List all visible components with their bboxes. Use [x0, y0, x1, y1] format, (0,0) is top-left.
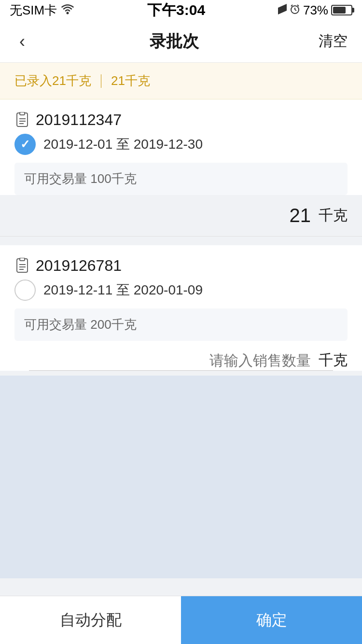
- svg-rect-8: [20, 112, 25, 115]
- page-title: 录批次: [150, 30, 199, 53]
- batch2-date-row: 2019-12-11 至 2020-01-09: [14, 280, 348, 301]
- info-divider: [101, 74, 101, 88]
- batch2-quantity: 可用交易量 200千克: [14, 308, 348, 341]
- status-right: 73%: [278, 3, 352, 18]
- batch1-date-row: 2019-12-01 至 2019-12-30: [14, 134, 348, 155]
- svg-line-5: [291, 5, 292, 6]
- batch1-quantity: 可用交易量 100千克: [14, 163, 348, 195]
- location-icon: [278, 3, 287, 18]
- batch1-amount-value: 21: [290, 205, 311, 226]
- empty-area: [0, 376, 362, 578]
- batch2-icon: [14, 257, 32, 275]
- clear-button[interactable]: 清空: [319, 31, 348, 51]
- batch2-unit: 千克: [319, 350, 348, 370]
- batch2-date: 2019-12-11 至 2020-01-09: [43, 281, 203, 299]
- wifi-icon: [61, 3, 74, 18]
- svg-point-0: [67, 12, 69, 14]
- confirm-button[interactable]: 确定: [181, 596, 362, 644]
- bottom-bar: 自动分配 确定: [0, 596, 362, 644]
- batch1-header: 2019112347: [14, 111, 348, 129]
- svg-line-4: [295, 10, 296, 11]
- status-time: 下午3:04: [147, 0, 205, 20]
- status-left: 无SIM卡: [10, 2, 74, 19]
- batch1-amount-unit: 千克: [319, 206, 348, 225]
- back-button[interactable]: ‹: [14, 27, 30, 56]
- battery-icon: [331, 5, 352, 15]
- svg-marker-1: [278, 4, 287, 14]
- batch1-icon: [14, 112, 32, 129]
- info-recorded-label: 已录入21千克: [14, 72, 91, 89]
- svg-line-6: [297, 5, 299, 6]
- info-value: 21千克: [111, 72, 150, 89]
- batch2-header: 2019126781: [14, 257, 348, 275]
- batch-item-1: 2019112347 2019-12-01 至 2019-12-30 可用交易量…: [0, 99, 362, 195]
- nav-bar: ‹ 录批次 清空: [0, 20, 362, 63]
- info-bar: 已录入21千克 21千克: [0, 63, 362, 99]
- auto-distribute-button[interactable]: 自动分配: [0, 596, 181, 644]
- batch2-id: 2019126781: [36, 257, 122, 275]
- status-bar: 无SIM卡 下午3:04 73%: [0, 0, 362, 20]
- batch1-amount-row: 21 千克: [0, 195, 362, 237]
- quantity-input[interactable]: [166, 352, 311, 369]
- batch2-radio[interactable]: [14, 280, 36, 301]
- alarm-icon: [290, 3, 300, 18]
- batch-item-2: 2019126781 2019-12-11 至 2020-01-09 可用交易量…: [0, 241, 362, 341]
- batch1-radio[interactable]: [14, 134, 36, 155]
- batch1-id: 2019112347: [36, 111, 122, 129]
- battery-percent: 73%: [303, 3, 328, 18]
- input-divider: [29, 370, 333, 371]
- batch1-date: 2019-12-01 至 2019-12-30: [43, 135, 203, 154]
- batch2-input-container: 千克: [0, 341, 362, 371]
- svg-rect-13: [20, 258, 25, 261]
- sim-text: 无SIM卡: [10, 2, 57, 19]
